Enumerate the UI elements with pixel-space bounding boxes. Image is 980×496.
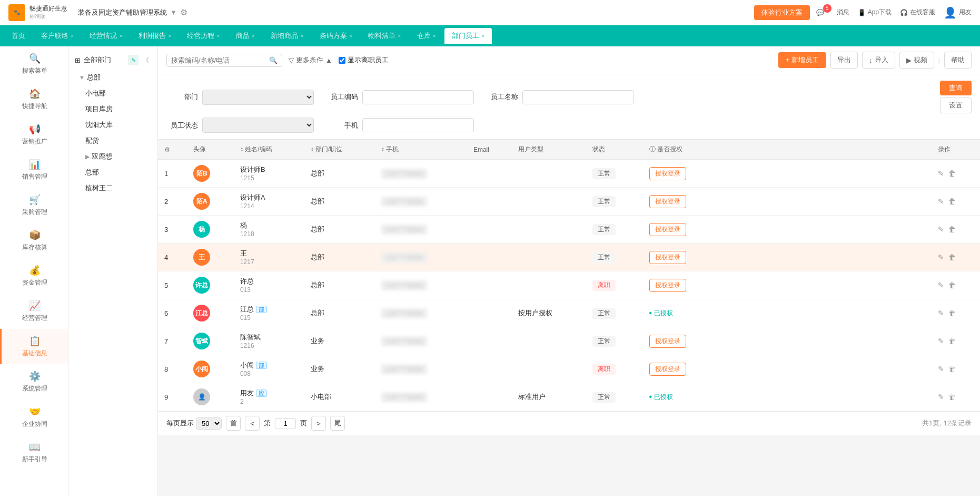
close-tab-icon[interactable]: × [71,33,74,39]
more-conditions-btn[interactable]: ▽ 更多条件 ▲ [289,55,332,65]
sidebar-item-销售管理[interactable]: 📊销售管理 [0,152,68,188]
search-input[interactable] [171,56,266,64]
auth-btn[interactable]: 授权登录 [649,335,686,348]
online-service-btn[interactable]: 🎧 在线客服 [900,8,935,17]
title-dropdown-icon[interactable]: ▼ [170,8,177,16]
auth-btn[interactable]: 授权登录 [649,223,686,236]
edit-icon[interactable]: ✎ [938,253,944,261]
edit-icon[interactable]: ✎ [938,197,944,206]
trial-btn[interactable]: 体验行业方案 [754,5,810,20]
sidebar-item-基础信息[interactable]: 📋基础信息 [0,329,68,364]
tree-item-配货[interactable]: 配货 [68,133,157,149]
delete-icon[interactable]: 🗑 [948,393,956,401]
auth-btn[interactable]: 授权登录 [649,363,686,376]
search-btn[interactable]: 查询 [940,81,972,95]
last-page-btn[interactable]: 尾 [330,416,345,431]
help-btn[interactable]: 帮助 [944,52,972,69]
show-resigned-checkbox[interactable]: 显示离职员工 [339,55,389,65]
edit-icon[interactable]: ✎ [938,337,944,345]
export-btn[interactable]: 导出 [830,52,858,69]
nav-tab-客户联络[interactable]: 客户联络 × [34,28,81,44]
auth-btn[interactable]: 授权登录 [649,251,686,264]
tree-collapse-btn[interactable]: 《 [141,55,151,65]
delete-icon[interactable]: 🗑 [948,225,956,234]
tree-item-植树王二[interactable]: 植树王二 [68,180,157,196]
sidebar-item-采购管理[interactable]: 🛒采购管理 [0,188,68,223]
tree-item-项目库房[interactable]: 项目库房 [68,101,157,117]
add-employee-btn[interactable]: + 新增员工 [778,52,826,68]
message-btn[interactable]: 💬 5 消息 [816,8,849,17]
col-dept[interactable]: ↕ 部门/职位 [304,140,375,160]
first-page-btn[interactable]: 首 [226,416,241,431]
tree-item-沈阳大库[interactable]: 沈阳大库 [68,117,157,133]
tree-item-小电部[interactable]: 小电部 [68,85,157,101]
edit-icon[interactable]: ✎ [938,309,944,317]
nav-tab-经营历程[interactable]: 经营历程 × [180,28,227,44]
edit-icon[interactable]: ✎ [938,169,944,178]
close-tab-icon[interactable]: × [168,33,171,39]
next-page-btn[interactable]: > [311,416,326,431]
delete-icon[interactable]: 🗑 [948,309,956,317]
edit-icon[interactable]: ✎ [938,281,944,289]
set-btn[interactable]: 设置 [940,98,972,113]
nav-tab-经营情况[interactable]: 经营情况 × [82,28,130,44]
close-tab-icon[interactable]: × [216,33,220,39]
delete-icon[interactable]: 🗑 [948,337,956,345]
auth-btn[interactable]: 授权登录 [649,279,686,292]
auth-btn[interactable]: 授权登录 [649,167,686,180]
close-tab-icon[interactable]: × [433,33,436,39]
delete-icon[interactable]: 🗑 [948,197,956,206]
col-settings[interactable]: ⚙ [158,140,187,160]
sidebar-item-系统管理[interactable]: ⚙️系统管理 [0,364,68,400]
delete-icon[interactable]: 🗑 [948,365,956,373]
edit-icon[interactable]: ✎ [938,393,944,401]
emp-status-select[interactable] [202,118,314,133]
dept-select[interactable] [202,90,314,105]
tree-item-总部[interactable]: ▼总部 [68,70,157,85]
auth-btn[interactable]: 授权登录 [649,195,686,208]
nav-tab-利润报告[interactable]: 利润报告 × [131,28,179,44]
app-download-btn[interactable]: 📱 App下载 [858,8,892,17]
close-tab-icon[interactable]: × [349,33,352,39]
nav-tab-条码方案[interactable]: 条码方案 × [312,28,360,44]
nav-tab-仓库[interactable]: 仓库 × [410,28,443,44]
filter-search-box[interactable]: 🔍 [166,54,282,67]
col-phone[interactable]: ↕ 手机 [375,140,467,160]
user-area[interactable]: 👤 用友 [944,6,972,19]
phone-input[interactable] [362,118,474,132]
close-tab-icon[interactable]: × [398,33,401,39]
settings-icon[interactable]: ⚙ [180,7,187,17]
sidebar-item-搜索菜单[interactable]: 🔍搜索菜单 [0,46,68,82]
tree-item-总部[interactable]: 总部 [68,164,157,180]
tree-item-双鹿想[interactable]: ▶双鹿想 [68,149,157,164]
tree-edit-btn[interactable]: ✎ [128,55,138,65]
sidebar-item-资金管理[interactable]: 💰资金管理 [0,258,68,294]
per-page-select[interactable]: 50 [196,417,222,430]
delete-icon[interactable]: 🗑 [948,169,956,178]
edit-icon[interactable]: ✎ [938,365,944,373]
sidebar-item-企业协同[interactable]: 🤝企业协同 [0,400,68,435]
nav-tab-物料清单[interactable]: 物料清单 × [361,28,408,44]
import-btn[interactable]: ↓ 导入 [862,52,895,69]
nav-tab-部门员工[interactable]: 部门员工 × [444,28,492,44]
nav-tab-新增商品[interactable]: 新增商品 × [263,28,311,44]
nav-tab-首页[interactable]: 首页 [4,28,33,44]
resigned-checkbox-input[interactable] [339,57,345,64]
delete-icon[interactable]: 🗑 [948,281,956,289]
close-tab-icon[interactable]: × [252,33,255,39]
delete-icon[interactable]: 🗑 [948,253,956,261]
col-name[interactable]: ↕ 姓名/编码 [234,140,304,160]
sidebar-item-库存核算[interactable]: 📦库存核算 [0,223,68,258]
sidebar-item-营销推广[interactable]: 📢营销推广 [0,117,68,152]
edit-icon[interactable]: ✎ [938,225,944,234]
search-icon[interactable]: 🔍 [269,56,278,64]
nav-tab-商品[interactable]: 商品 × [229,28,262,44]
close-tab-icon[interactable]: × [300,33,303,39]
emp-code-input[interactable] [362,90,474,104]
page-input[interactable] [275,418,296,429]
sidebar-item-经营管理[interactable]: 📈经营管理 [0,294,68,329]
emp-name-input[interactable] [522,90,634,104]
close-tab-icon[interactable]: × [119,33,122,39]
sidebar-item-新手引导[interactable]: 📖新手引导 [0,435,68,470]
prev-page-btn[interactable]: < [245,416,260,431]
